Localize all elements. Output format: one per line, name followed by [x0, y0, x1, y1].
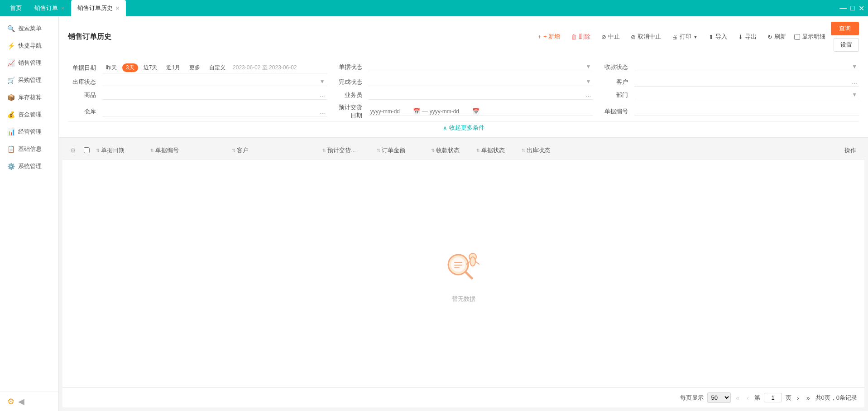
- col-select-all[interactable]: [80, 147, 93, 153]
- page-input[interactable]: [764, 393, 782, 402]
- receipt-status-chevron[interactable]: ▼: [852, 63, 857, 70]
- setting-btn[interactable]: 设置: [834, 38, 859, 52]
- department-filter: 部门 ▼: [600, 91, 859, 99]
- sidebar-settings-btn[interactable]: ⚙: [7, 396, 14, 406]
- sort-icon-left: ⇅: [96, 148, 100, 153]
- filter-row-3: 商品 ... 业务员 ... 部门: [68, 90, 859, 100]
- sidebar-item-purchase-mgmt[interactable]: 🛒 采购管理: [0, 72, 58, 89]
- search-menu-icon: 🔍: [7, 25, 14, 32]
- grid-settings-icon[interactable]: ⚙: [68, 145, 78, 156]
- display-detail-checkbox[interactable]: [794, 34, 800, 40]
- date-range-display: 2023-06-02 至 2023-06-02: [233, 64, 297, 72]
- close-tab-history[interactable]: ✕: [115, 5, 120, 11]
- empty-state: 暂无数据: [62, 160, 864, 387]
- top-close-btn[interactable]: ✕: [858, 4, 864, 13]
- print-dropdown-icon[interactable]: ▼: [693, 34, 698, 39]
- empty-text: 暂无数据: [452, 295, 475, 303]
- col-header-receipt[interactable]: ⇅ 收款状态: [428, 146, 474, 155]
- out-status-chevron[interactable]: ▼: [320, 78, 325, 85]
- page-title-row: 销售订单历史 ＋ + 新增 🗑 删除 ⊘ 中止 ⊘: [59, 16, 868, 55]
- sidebar-item-sales-mgmt[interactable]: 📈 销售管理: [0, 54, 58, 72]
- sidebar-item-quick-nav[interactable]: ⚡ 快捷导航: [0, 37, 58, 54]
- col-header-customer[interactable]: ⇅ 客户: [229, 146, 320, 155]
- finance-icon: 💰: [7, 111, 14, 118]
- top-maximize-btn[interactable]: □: [850, 4, 855, 12]
- date-range-separator: —: [422, 108, 428, 115]
- refresh-btn[interactable]: ↻ 刷新: [765, 31, 789, 43]
- tab-sales-order-history[interactable]: 销售订单历史 ✕: [71, 0, 126, 16]
- expected-date-filter: 预计交货日期 📅 — 📅: [334, 103, 593, 120]
- import-btn[interactable]: ⬆ 导入: [706, 31, 730, 43]
- complete-status-label: 完成状态: [334, 78, 366, 86]
- sort-icon-amount: ⇅: [377, 148, 380, 153]
- select-all-checkbox[interactable]: [84, 147, 90, 153]
- customer-filter: 客户 ...: [600, 77, 859, 87]
- col-header-bill-status[interactable]: ⇅ 单据状态: [474, 146, 519, 155]
- date-3days[interactable]: 3天: [122, 63, 138, 72]
- last-page-btn[interactable]: »: [805, 393, 812, 402]
- filter-row-2: 出库状态 ▼ 完成状态 ▼ 客户: [68, 77, 859, 87]
- goods-filter: 商品 ...: [68, 90, 327, 100]
- sidebar-item-base-info[interactable]: 📋 基础信息: [0, 140, 58, 158]
- grid-header: ⚙ ⇅ 单据日期 ⇅ 单据编号 ⇅ 客户 ⇅: [62, 141, 864, 160]
- first-page-btn[interactable]: «: [734, 393, 742, 402]
- sidebar-collapse-btn[interactable]: ◀: [18, 396, 24, 406]
- sort-icon-out: ⇅: [522, 148, 525, 153]
- department-chevron[interactable]: ▼: [852, 92, 857, 98]
- content-area: 销售订单历史 ＋ + 新增 🗑 删除 ⊘ 中止 ⊘: [59, 16, 868, 411]
- stop-btn[interactable]: ⊘ 中止: [599, 31, 623, 43]
- bill-number-filter: 单据编号: [600, 107, 859, 116]
- date-yesterday[interactable]: 昨天: [102, 63, 120, 72]
- new-btn[interactable]: ＋ + 新增: [534, 31, 563, 43]
- date-more[interactable]: 更多: [186, 63, 204, 72]
- customer-dots[interactable]: ...: [852, 78, 857, 85]
- export-btn[interactable]: ⬇ 导出: [735, 31, 759, 43]
- cancel-stop-btn[interactable]: ⊘ 取消中止: [628, 31, 664, 43]
- refresh-icon: ↻: [767, 34, 772, 40]
- sidebar-item-search-menu[interactable]: 🔍 搜索菜单: [0, 20, 58, 37]
- date-7days[interactable]: 近7天: [140, 63, 161, 72]
- col-header-amount[interactable]: ⇅ 订单金额: [374, 146, 428, 155]
- warehouse-dots[interactable]: ...: [320, 108, 325, 115]
- sidebar-item-system-mgmt[interactable]: ⚙️ 系统管理: [0, 158, 58, 175]
- page-title: 销售订单历史: [68, 32, 111, 42]
- col-header-out-status[interactable]: ⇅ 出库状态: [519, 146, 564, 155]
- prev-page-btn[interactable]: ‹: [745, 393, 751, 402]
- calendar-start-icon[interactable]: 📅: [413, 108, 420, 115]
- inventory-icon: 📦: [7, 94, 14, 101]
- system-mgmt-icon: ⚙️: [7, 163, 14, 170]
- tab-home[interactable]: 首页: [4, 0, 28, 16]
- complete-status-chevron[interactable]: ▼: [585, 78, 591, 85]
- bill-number-input[interactable]: [636, 108, 857, 115]
- out-status-filter: 出库状态 ▼: [68, 77, 327, 86]
- print-btn[interactable]: 🖨 打印 ▼: [669, 31, 700, 43]
- col-header-bill-number[interactable]: ⇅ 单据编号: [148, 146, 229, 155]
- delete-btn[interactable]: 🗑 删除: [568, 31, 593, 43]
- goods-dots[interactable]: ...: [320, 91, 325, 98]
- collapse-filters-btn[interactable]: ∧ 收起更多条件: [68, 121, 859, 134]
- calendar-end-icon[interactable]: 📅: [472, 108, 480, 115]
- close-tab-sales-order[interactable]: ✕: [61, 5, 65, 11]
- per-page-select[interactable]: 50 10 20 100: [707, 392, 731, 403]
- tab-sales-order[interactable]: 销售订单 ✕: [28, 0, 71, 16]
- date-month[interactable]: 近1月: [163, 63, 184, 72]
- expected-date-start[interactable]: [370, 108, 411, 115]
- sidebar-item-operations[interactable]: 📊 经营管理: [0, 123, 58, 140]
- next-page-btn[interactable]: ›: [795, 393, 801, 402]
- top-bar: 首页 销售订单 ✕ 销售订单历史 ✕ — □ ✕: [0, 0, 868, 16]
- top-minimize-btn[interactable]: —: [839, 4, 847, 12]
- total-text: 共0页，0条记录: [815, 394, 857, 402]
- import-icon: ⬆: [709, 34, 714, 40]
- col-settings[interactable]: ⚙: [66, 145, 80, 156]
- date-custom[interactable]: 自定义: [206, 63, 229, 72]
- bill-status-chevron[interactable]: ▼: [585, 63, 591, 70]
- salesperson-dots[interactable]: ...: [586, 91, 591, 98]
- sidebar-item-inventory[interactable]: 📦 库存核算: [0, 89, 58, 106]
- query-btn[interactable]: 查询: [831, 22, 859, 35]
- expected-date-end[interactable]: [430, 108, 470, 115]
- col-header-delivery[interactable]: ⇅ 预计交货...: [320, 146, 374, 155]
- display-detail-option: 显示明细: [794, 33, 825, 41]
- col-header-bill-date[interactable]: ⇅ 单据日期: [93, 146, 148, 155]
- sidebar-item-finance[interactable]: 💰 资金管理: [0, 106, 58, 123]
- toolbar: ＋ + 新增 🗑 删除 ⊘ 中止 ⊘ 取消中止: [534, 22, 859, 52]
